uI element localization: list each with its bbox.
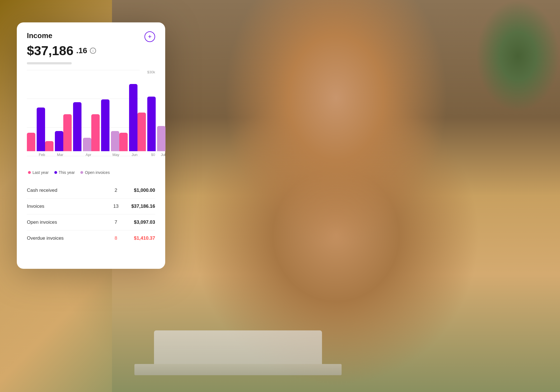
summary-count-overdue: 8 [110, 235, 122, 241]
bar-group-apr: Apr [63, 102, 91, 157]
bar-may-this-year [101, 99, 109, 151]
laptop-base [134, 364, 342, 375]
summary-table: Cash received 2 $1,000.00 Invoices 13 $3… [27, 183, 155, 246]
legend-this-year: This year [54, 170, 75, 175]
card-header: Income + [27, 31, 155, 42]
bars-row: Feb Mar [27, 70, 140, 157]
summary-row-cash[interactable]: Cash received 2 $1,000.00 [27, 183, 155, 199]
x-label-feb: Feb [39, 153, 45, 157]
summary-row-overdue[interactable]: Overdue invoices 8 $1,410.37 [27, 230, 155, 246]
bar-pair-may [91, 99, 119, 151]
bar-mar-this-year [55, 131, 63, 151]
bar-apr-this-year [73, 102, 81, 151]
legend-dot-open-invoices [80, 171, 83, 174]
bar-group-jul: Jul [137, 97, 165, 157]
filter-bar[interactable] [27, 62, 72, 64]
legend-dot-this-year [54, 171, 57, 174]
amount-cents: .16 [76, 47, 87, 55]
bar-mar-last-year [45, 141, 53, 151]
bar-group-feb: Feb [27, 108, 45, 157]
legend-last-year: Last year [28, 170, 49, 175]
bar-group-jun: Jun [119, 84, 137, 157]
legend-label-this-year: This year [59, 170, 75, 175]
legend-dot-last-year [28, 171, 31, 174]
summary-row-invoices[interactable]: Invoices 13 $37,186.16 [27, 199, 155, 214]
bar-group-mar: Mar [45, 131, 63, 157]
summary-amount-invoices: $37,186.16 [122, 204, 155, 209]
bar-pair-feb [27, 108, 45, 151]
summary-label-overdue: Overdue invoices [27, 235, 110, 241]
summary-count-cash: 2 [110, 188, 122, 193]
x-label-may: May [112, 153, 119, 157]
summary-label-cash: Cash received [27, 188, 110, 193]
chart-legend: Last year This year Open invoices [27, 170, 155, 175]
legend-label-open-invoices: Open invoices [85, 170, 110, 175]
bar-feb-last-year [27, 133, 35, 151]
bar-jul-last-year [137, 113, 146, 151]
card-title: Income [27, 31, 52, 40]
legend-label-last-year: Last year [32, 170, 49, 175]
laptop-screen [154, 330, 322, 364]
bar-apr-last-year [63, 114, 72, 151]
bar-jul-this-year [147, 97, 156, 151]
plant-decoration [476, 0, 560, 112]
summary-row-open[interactable]: Open invoices 7 $3,097.03 [27, 214, 155, 230]
bar-feb-this-year [37, 108, 45, 151]
bar-may-last-year [91, 114, 100, 151]
y-label-30k: $30k [147, 70, 155, 74]
chart-area: Feb Mar [27, 70, 140, 157]
summary-label-invoices: Invoices [27, 204, 110, 209]
summary-amount-open: $3,097.03 [122, 220, 155, 225]
income-card: Income + $37,186.16 i $30k $20k $10k $0 [17, 22, 165, 269]
x-label-mar: Mar [57, 153, 63, 157]
bar-pair-mar [45, 131, 63, 151]
bar-pair-jun [119, 84, 137, 151]
x-label-jun: Jun [132, 153, 137, 157]
income-card-container: Income + $37,186.16 i $30k $20k $10k $0 [17, 22, 165, 269]
x-label-jul: Jul [161, 153, 165, 157]
legend-open-invoices: Open invoices [80, 170, 110, 175]
info-icon[interactable]: i [90, 48, 96, 54]
summary-label-open: Open invoices [27, 220, 110, 225]
summary-count-open: 7 [110, 220, 122, 225]
bar-group-may: May [91, 99, 119, 157]
bar-may-open [111, 131, 119, 151]
x-label-apr: Apr [86, 153, 91, 157]
bar-apr-open [83, 138, 91, 151]
summary-amount-cash: $1,000.00 [122, 188, 155, 193]
bar-pair-jul [137, 97, 165, 151]
bar-pair-apr [63, 102, 91, 151]
chart-container: $30k $20k $10k $0 [27, 70, 155, 165]
summary-count-invoices: 13 [110, 204, 122, 209]
amount-row: $37,186.16 i [27, 44, 155, 57]
add-button[interactable]: + [144, 31, 155, 42]
summary-amount-overdue: $1,410.37 [122, 235, 155, 241]
amount-main: $37,186 [27, 44, 73, 57]
bar-jun-last-year [119, 133, 128, 151]
bar-jun-this-year [129, 84, 137, 151]
bar-jul-open [157, 126, 165, 151]
